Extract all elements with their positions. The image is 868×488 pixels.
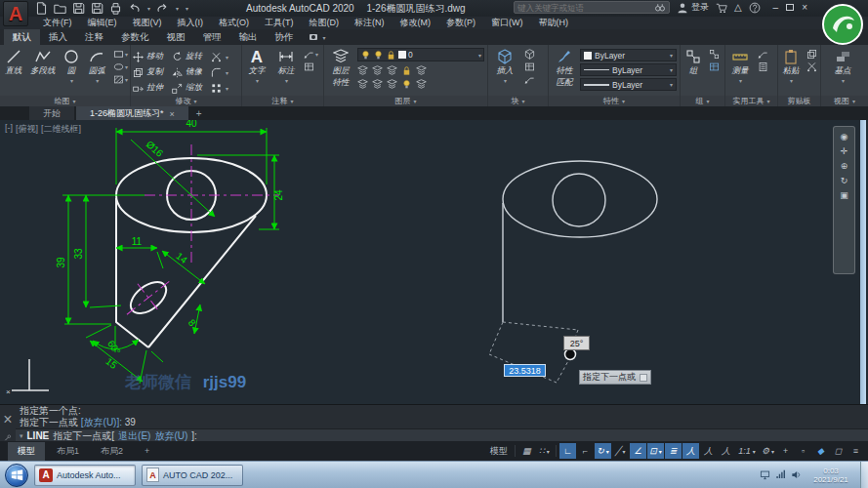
tray-signal-icon[interactable] xyxy=(775,469,786,480)
pan-icon[interactable]: ✛ xyxy=(841,147,848,156)
create-block-icon[interactable] xyxy=(524,49,535,60)
help-search-box[interactable] xyxy=(514,1,670,14)
grid-icon[interactable]: ▦ xyxy=(518,443,535,459)
quick-select-icon[interactable] xyxy=(758,49,768,60)
layer-match-icon[interactable] xyxy=(416,63,431,77)
panel-layers-label[interactable]: 图层▾ xyxy=(324,96,487,106)
crosshair-units-icon[interactable]: + xyxy=(777,443,794,459)
layer-lock-icon[interactable] xyxy=(386,50,396,61)
vertical-scrollbar[interactable] xyxy=(860,120,866,404)
panel-view-label[interactable]: 视图▾ xyxy=(821,96,868,106)
annotation-scale-value[interactable]: 1:1▾ xyxy=(735,443,759,459)
ribbon-tab-annotate[interactable]: 注释 xyxy=(76,29,112,45)
ribbon-tab-home[interactable]: 默认 xyxy=(4,29,40,45)
open-folder-icon[interactable] xyxy=(54,2,66,15)
ribbon-tab-manage[interactable]: 管理 xyxy=(194,29,230,45)
ribbon-tab-parametric[interactable]: 参数化 xyxy=(112,29,158,45)
hatch-icon[interactable]: ▾ xyxy=(113,74,128,85)
layer-current-icon[interactable] xyxy=(401,77,416,91)
fillet-icon[interactable]: ▾ xyxy=(209,64,238,80)
ungroup-icon[interactable] xyxy=(709,49,720,60)
menu-tools[interactable]: 工具(T) xyxy=(257,17,302,29)
menu-insert[interactable]: 插入(I) xyxy=(170,17,212,29)
layer-color-swatch[interactable] xyxy=(398,51,406,59)
ucs-icon[interactable] xyxy=(12,359,49,390)
clean-screen-icon[interactable]: ◻ xyxy=(830,443,847,459)
stretch-button[interactable]: 拉伸 xyxy=(131,80,170,96)
match-properties-button[interactable]: 特性匹配 xyxy=(549,47,580,96)
save-icon[interactable] xyxy=(72,2,85,15)
dynamic-length-input[interactable]: 23.5318 xyxy=(504,364,546,377)
file-tab-document[interactable]: 1-26椭圆巩固练习* × xyxy=(76,106,188,120)
layer-thaw-icon[interactable] xyxy=(372,77,387,91)
isodraft-icon[interactable]: ╱▾ xyxy=(612,443,629,459)
drawing-viewport[interactable]: 40 24 Ø16 39 33 11 14 8 60° 15 xyxy=(0,120,868,404)
a360-icon[interactable]: △ xyxy=(734,3,742,13)
featured-apps-icon[interactable]: ▾ xyxy=(303,29,332,45)
panel-properties-label[interactable]: 特性▾ xyxy=(549,96,680,106)
ribbon-tab-insert[interactable]: 插入 xyxy=(40,29,76,45)
layer-freeze-icon[interactable] xyxy=(387,63,401,77)
layout-tab-2[interactable]: 布局2 xyxy=(91,442,133,461)
copy-button[interactable]: 复制 xyxy=(131,64,170,80)
table-icon[interactable] xyxy=(304,61,318,72)
quick-calc-icon[interactable] xyxy=(758,61,768,72)
rectangle-icon[interactable]: ▾ xyxy=(113,49,128,60)
insert-block-button[interactable]: 插入▾ xyxy=(488,47,521,96)
model-space-button[interactable]: 模型 xyxy=(486,443,512,459)
new-drawing-tab-icon[interactable]: + xyxy=(190,106,208,120)
command-input-line[interactable]: ▾ LINE 指定下一点或[ 退出(E) 放弃(U) ]: xyxy=(16,428,868,442)
panel-draw-label[interactable]: 绘图▾ xyxy=(0,96,130,106)
ortho-icon[interactable]: ⌐ xyxy=(577,443,594,459)
snap-icon[interactable]: ∷▾ xyxy=(536,443,553,459)
command-line-window[interactable]: × 指定第一个点: 指定下一点或 [放弃(U)]: 39 ▾ LINE 指定下一… xyxy=(0,404,868,441)
restore-button[interactable] xyxy=(786,4,794,11)
move-button[interactable]: 移动 xyxy=(131,49,170,64)
object-snap-icon[interactable]: ⊡▾ xyxy=(647,443,664,459)
layout-tab-model[interactable]: 模型 xyxy=(8,442,45,461)
menu-window[interactable]: 窗口(W) xyxy=(483,17,531,29)
redo-icon[interactable] xyxy=(156,2,169,15)
zoom-icon[interactable]: ⊕ xyxy=(841,162,848,171)
menu-parametric[interactable]: 参数(P) xyxy=(438,17,483,29)
drawing-canvas[interactable]: 40 24 Ø16 39 33 11 14 8 60° 15 xyxy=(0,120,868,404)
undo-icon[interactable] xyxy=(128,2,141,15)
plot-icon[interactable] xyxy=(109,2,122,15)
layer-off-icon[interactable] xyxy=(357,63,372,77)
save-as-icon[interactable] xyxy=(91,2,103,15)
lineweight-display-icon[interactable]: ≣ xyxy=(665,443,682,459)
menu-dimension[interactable]: 标注(N) xyxy=(347,17,393,29)
sign-in-button[interactable]: 登录 xyxy=(677,1,709,14)
right-figure-geometry[interactable] xyxy=(503,161,657,322)
block-attributes-icon[interactable] xyxy=(524,74,535,85)
group-edit-icon[interactable] xyxy=(709,61,720,72)
menu-help[interactable]: 帮助(H) xyxy=(531,17,577,29)
leader-icon[interactable]: ▾ xyxy=(304,49,318,60)
polyline-button[interactable]: 多段线 xyxy=(26,47,59,96)
infer-constraints-icon[interactable]: ∟ xyxy=(559,443,576,459)
ribbon-tab-view[interactable]: 视图 xyxy=(158,29,194,45)
redo-dropdown-icon[interactable]: ▾ xyxy=(176,5,179,12)
viewport-menu-control[interactable]: [-] xyxy=(5,123,13,136)
panel-annotate-label[interactable]: 注释▾ xyxy=(242,96,323,106)
text-button[interactable]: A文字▾ xyxy=(242,47,271,96)
annotation-auto-scale-icon[interactable]: 人 xyxy=(700,443,717,459)
layer-freeze-sun-icon[interactable] xyxy=(373,50,384,61)
menu-edit[interactable]: 编辑(E) xyxy=(80,17,125,29)
tray-volume-icon[interactable] xyxy=(791,469,802,480)
dimensions[interactable] xyxy=(62,128,279,384)
file-tab-start[interactable]: 开始 xyxy=(29,106,74,120)
workspace-gear-icon[interactable]: ⚙▾ xyxy=(760,443,776,459)
menu-format[interactable]: 格式(O) xyxy=(211,17,257,29)
close-button[interactable]: × xyxy=(802,3,807,13)
cut-icon[interactable] xyxy=(806,61,817,72)
copy-clip-icon[interactable] xyxy=(806,49,817,60)
orbit-icon[interactable]: ↻ xyxy=(841,177,848,185)
annotation-scale-icon[interactable]: 人 xyxy=(718,443,734,459)
layer-dropdown-icon[interactable]: ▾ xyxy=(478,52,481,59)
object-color-dropdown[interactable]: ByLayer▾ xyxy=(580,49,677,61)
panel-group-label[interactable]: 组▾ xyxy=(681,96,724,106)
undo-option[interactable]: [放弃(U)]: xyxy=(81,417,122,427)
polar-tracking-icon[interactable]: ↻▾ xyxy=(595,443,611,459)
scale-button[interactable]: 缩放 xyxy=(170,80,209,96)
